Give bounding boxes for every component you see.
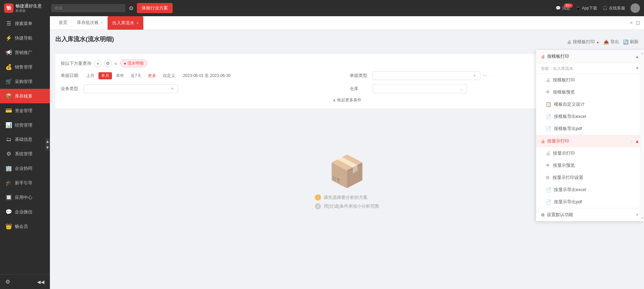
sidebar-settings-btn[interactable]: ⚙ bbox=[5, 279, 10, 285]
doc-type-select[interactable]: ▼ bbox=[373, 71, 480, 80]
export-btn[interactable]: 📤 导出 bbox=[604, 39, 619, 45]
tab-inventory-flow-label: 出入库流水 bbox=[112, 20, 134, 26]
filter-add-btn[interactable]: + bbox=[94, 60, 101, 67]
warehouse-more-btn[interactable]: ... bbox=[460, 86, 463, 91]
date-tab-7days[interactable]: 近7天 bbox=[128, 72, 144, 79]
dropdown-item-template-pdf[interactable]: 📄 按模板导出pdf bbox=[536, 123, 644, 135]
date-tab-custom[interactable]: 自定义 bbox=[160, 72, 178, 79]
scroll-up-arrow[interactable]: ▲ bbox=[45, 138, 50, 144]
online-service-item[interactable]: 🎧 在线客服 bbox=[603, 5, 625, 11]
dropdown-item-display-preview[interactable]: 👁 按显示预览 bbox=[536, 159, 644, 172]
sidebar-item-system[interactable]: ⚙ 系统管理 bbox=[0, 147, 50, 161]
filter-config-btn[interactable]: ⚙ bbox=[104, 60, 112, 67]
gear-icon: ⚙ bbox=[541, 212, 545, 217]
sidebar-item-member[interactable]: 👑 畅会员 bbox=[0, 219, 50, 234]
search-icon: ☰ bbox=[5, 20, 12, 27]
user-avatar[interactable] bbox=[631, 3, 640, 13]
sidebar-item-operation[interactable]: 📊 经营管理 bbox=[0, 118, 50, 132]
sidebar-item-label: 采购管理 bbox=[15, 79, 32, 85]
chevron-down-icon: ▼ bbox=[473, 73, 477, 78]
business-type-select[interactable]: ▼ bbox=[84, 84, 178, 93]
dropdown-footer[interactable]: ⚙ 设置默认功能 ▼ bbox=[536, 208, 644, 221]
tab-batch-account[interactable]: 库存批次账 × bbox=[72, 16, 108, 30]
sidebar-item-purchase[interactable]: 🛒 采购管理 bbox=[0, 74, 50, 89]
page-header-actions: 🖨 按模板打印 ▲ 📤 导出 🔄 刷新 bbox=[567, 39, 639, 45]
sidebar-item-inventory[interactable]: 📦 库存核算 bbox=[0, 89, 50, 103]
message-badge: 99+ bbox=[564, 3, 573, 8]
sales-icon: 💰 bbox=[5, 64, 12, 70]
sidebar-item-search[interactable]: ☰ 搜索菜单 bbox=[0, 16, 50, 31]
scroll-up-arrow[interactable]: ▲ bbox=[641, 51, 644, 55]
sidebar-item-label: 畅会员 bbox=[15, 224, 28, 230]
chevron-down-icon: ▼ bbox=[170, 86, 174, 91]
tab-inventory-flow-close[interactable]: × bbox=[136, 21, 138, 25]
date-range: 2023-06-01 至 2023-06-30 bbox=[183, 73, 231, 79]
dropdown-item-template-excel[interactable]: 📄 按模板导出excel bbox=[536, 110, 644, 123]
filter-tag[interactable]: ● 流水明细 bbox=[120, 59, 147, 67]
purchase-icon: 🛒 bbox=[5, 78, 12, 85]
wechat-icon: 💬 bbox=[5, 209, 12, 215]
gear-button[interactable]: ⚙ bbox=[129, 5, 134, 11]
chevron-up-icon: ▲ bbox=[635, 139, 639, 144]
app-download-item[interactable]: 📱 App下载 bbox=[576, 5, 597, 11]
preview-icon: 👁 bbox=[546, 89, 550, 95]
dropdown-item-template-print[interactable]: 🖨 按模板打印 bbox=[536, 74, 644, 86]
sidebar-item-base[interactable]: 🗂 基础信息 bbox=[0, 132, 50, 147]
date-tab-more[interactable]: 更多 bbox=[145, 72, 159, 79]
preview-icon: 👁 bbox=[546, 163, 550, 168]
dropdown-display-section: 🖨 按显示打印 ▲ 🖨 按显示打印 👁 按显示预览 ⚙ bbox=[536, 135, 644, 208]
date-tab-this-month[interactable]: 本月 bbox=[98, 72, 112, 79]
sidebar-item-label: 应用中心 bbox=[15, 194, 32, 201]
warehouse-select[interactable]: ... bbox=[373, 84, 467, 93]
sidebar-item-app-center[interactable]: 🔲 应用中心 bbox=[0, 190, 50, 205]
refresh-btn[interactable]: 🔄 刷新 bbox=[623, 39, 639, 45]
date-tab-this-year[interactable]: 本年 bbox=[113, 72, 127, 79]
guide-icon: 🎓 bbox=[5, 180, 12, 186]
tab-batch-account-close[interactable]: × bbox=[101, 21, 103, 25]
headset-icon: 🎧 bbox=[603, 6, 608, 10]
dropdown-item-template-preview[interactable]: 👁 按模板预览 bbox=[536, 86, 644, 98]
tab-inventory-flow[interactable]: 出入库流水 × bbox=[108, 16, 143, 30]
sidebar-item-quick-nav[interactable]: ⚡ 快捷导航 bbox=[0, 31, 50, 45]
sidebar-item-corp[interactable]: 🏢 企业协同 bbox=[0, 161, 50, 176]
scroll-down-arrow[interactable]: ▼ bbox=[641, 216, 644, 220]
dropdown-item-display-excel[interactable]: 📄 按显示导出excel bbox=[536, 184, 644, 196]
dropdown-item-display-pdf[interactable]: 📄 按显示导出pdf bbox=[536, 196, 644, 208]
filter-more-btn[interactable]: ··· bbox=[483, 73, 487, 78]
scroll-down-arrow[interactable]: ▼ bbox=[45, 144, 50, 151]
date-tab-last-month[interactable]: 上月 bbox=[84, 72, 97, 79]
header: 畅 畅捷通好生意 标准版 ⚙ 体验行业方案 💬 消息 99+ 📱 App下载 🎧 bbox=[0, 0, 644, 16]
message-icon-item[interactable]: 💬 消息 99+ bbox=[556, 5, 570, 11]
tab-maximize-btn[interactable]: ⊡ bbox=[636, 20, 640, 26]
collapse-btn[interactable]: ∧ 收起更多条件 bbox=[333, 97, 361, 103]
sidebar-footer: ⚙ ◀◀ bbox=[0, 274, 50, 289]
sidebar-item-label: 营销推广 bbox=[15, 50, 32, 56]
excel-icon: 📄 bbox=[546, 114, 551, 119]
content-area: 首页 库存批次账 × 出入库流水 × × ⊡ 出入库 bbox=[50, 16, 644, 289]
item-label: 按显示打印 bbox=[553, 150, 575, 156]
tab-home[interactable]: 首页 bbox=[54, 16, 72, 30]
dropdown-scrollbar: ▲ ▼ bbox=[640, 50, 644, 221]
sidebar-item-guide[interactable]: 🎓 新手引导 bbox=[0, 176, 50, 190]
filter-collapse-left-btn[interactable]: « bbox=[114, 60, 117, 67]
dropdown-display-header[interactable]: 🖨 按显示打印 ▲ bbox=[536, 135, 644, 147]
display-header-content: 🖨 按显示打印 bbox=[541, 138, 569, 144]
sidebar-item-label: 基础信息 bbox=[15, 136, 32, 142]
empty-step-2: 2 用[过滤]条件来缩小分析范围 bbox=[315, 203, 379, 209]
sidebar-item-finance[interactable]: 💳 资金管理 bbox=[0, 103, 50, 118]
page-header: 出入库流水(流水明细) 🖨 按模板打印 ▲ 📤 导出 🔄 bbox=[55, 35, 639, 49]
tab-home-label: 首页 bbox=[59, 20, 67, 26]
dropdown-item-display-settings[interactable]: ⚙ 按显示打印设置 bbox=[536, 172, 644, 184]
sidebar-item-marketing[interactable]: 📢 营销推广 bbox=[0, 45, 50, 60]
sidebar-item-sales[interactable]: 💰 销售管理 bbox=[0, 60, 50, 74]
sidebar-item-wechat[interactable]: 💬 企业微信 bbox=[0, 205, 50, 219]
empty-icon: 📦 bbox=[328, 154, 366, 189]
sidebar-collapse-btn[interactable]: ◀◀ bbox=[37, 279, 45, 285]
tab-close-all-btn[interactable]: × bbox=[630, 20, 633, 26]
dropdown-item-display-print[interactable]: 🖨 按显示打印 bbox=[536, 147, 644, 159]
chevron-up-btn[interactable]: ▲ bbox=[635, 54, 639, 59]
print-template-btn[interactable]: 🖨 按模板打印 ▲ bbox=[567, 39, 599, 45]
search-input[interactable] bbox=[51, 4, 125, 12]
trial-button[interactable]: 体验行业方案 bbox=[137, 3, 173, 13]
dropdown-item-template-custom[interactable]: 📋 模板自定义设计 bbox=[536, 98, 644, 110]
